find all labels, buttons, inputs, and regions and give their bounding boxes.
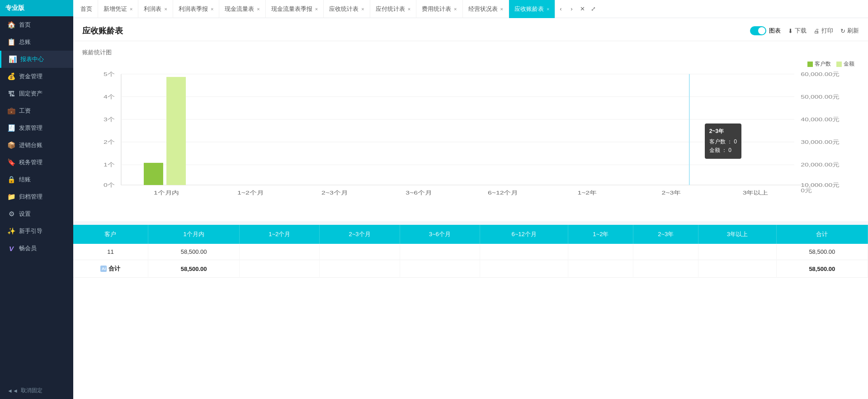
tab-profit[interactable]: 利润表 ×: [138, 0, 173, 18]
col-2y: 1~2年: [568, 225, 633, 244]
sidebar-label-close: 结账: [19, 176, 31, 184]
tab-ap-stat[interactable]: 应付统计表 ×: [370, 0, 416, 18]
tab-bar: 首页 新增凭证 × 利润表 × 利润表季报 × 现金流量表 × 现金流量表季报 …: [73, 0, 868, 18]
table-section: 客户 1个月内 1~2个月 2~3个月 3~6个月 6~12个月 1~2年 2~…: [73, 225, 868, 399]
tab-ar-stat-close[interactable]: ×: [361, 6, 364, 12]
bar-amount-1m: [166, 77, 186, 185]
row-6m: [400, 244, 480, 260]
tab-voucher-label: 新增凭证: [104, 5, 127, 13]
total-6m: [400, 260, 480, 278]
sidebar-label-guide: 新手引导: [19, 227, 42, 235]
sidebar-item-reports[interactable]: 📊 报表中心: [0, 51, 73, 68]
sidebar-label-invoice: 发票管理: [19, 124, 42, 132]
tab-close-all-button[interactable]: ✕: [577, 4, 588, 14]
sidebar-item-home[interactable]: 🏠 首页: [0, 16, 73, 33]
header-actions: 图表 ⬇ 下载 🖨 打印 ↻ 刷新: [750, 26, 859, 35]
tab-profit-quarter-close[interactable]: ×: [211, 6, 213, 12]
legend-amount: 金额: [836, 60, 854, 68]
tab-cashflow-quarter[interactable]: 现金流量表季报 ×: [266, 0, 324, 18]
refresh-icon: ↻: [840, 28, 845, 34]
sidebar-item-settings[interactable]: ⚙ 设置: [0, 205, 73, 223]
toggle-thumb: [758, 27, 765, 34]
sidebar-item-archive[interactable]: 📁 归档管理: [0, 188, 73, 205]
svg-text:3个: 3个: [104, 116, 115, 123]
total-3m: [320, 260, 400, 278]
svg-text:3~6个月: 3~6个月: [406, 190, 432, 196]
tab-expense-stat-close[interactable]: ×: [454, 6, 457, 12]
col-total: 合计: [776, 225, 868, 244]
tab-biz-status[interactable]: 经营状况表 ×: [463, 0, 509, 18]
tab-cashflow[interactable]: 现金流量表 ×: [219, 0, 265, 18]
sidebar-item-ledger[interactable]: 📋 总账: [0, 33, 73, 51]
download-button[interactable]: ⬇ 下载: [788, 27, 807, 35]
sidebar-label-salary: 工资: [19, 107, 31, 115]
tab-expense-stat[interactable]: 费用统计表 ×: [416, 0, 462, 18]
sidebar-item-member[interactable]: V 畅会员: [0, 240, 73, 257]
sidebar-label-home: 首页: [19, 21, 31, 29]
tab-voucher[interactable]: 新增凭证 ×: [98, 0, 138, 18]
sidebar-item-assets[interactable]: 🏗 固定资产: [0, 85, 73, 102]
app-logo: 专业版: [0, 0, 73, 16]
member-icon: V: [7, 245, 15, 252]
tab-ap-stat-close[interactable]: ×: [408, 6, 410, 12]
unpin-button[interactable]: ◄◄ 取消固定: [0, 382, 73, 399]
tab-home[interactable]: 首页: [75, 0, 98, 18]
toggle-track[interactable]: [750, 26, 766, 35]
tab-ar-aging[interactable]: 应收账龄表 ×: [509, 0, 555, 18]
chart-legend: 客户数 金额: [807, 60, 854, 68]
download-icon: ⬇: [788, 28, 793, 34]
tab-ar-stat[interactable]: 应收统计表 ×: [324, 0, 370, 18]
refresh-button[interactable]: ↻ 刷新: [840, 27, 859, 35]
inventory-icon: 📦: [7, 141, 15, 149]
sidebar-item-close[interactable]: 🔒 结账: [0, 171, 73, 188]
tab-home-label: 首页: [80, 5, 92, 13]
sidebar-item-invoice[interactable]: 🧾 发票管理: [0, 119, 73, 137]
print-button[interactable]: 🖨 打印: [814, 27, 833, 35]
svg-text:60,000.00元: 60,000.00元: [801, 71, 840, 77]
bar-customer-1m: [144, 163, 163, 185]
legend-amount-dot: [836, 62, 842, 67]
ledger-icon: 📋: [7, 38, 15, 46]
assets-icon: 🏗: [7, 90, 15, 98]
total-label-text: 合计: [108, 265, 120, 273]
salary-icon: 💼: [7, 107, 15, 115]
print-icon: 🖨: [814, 28, 820, 34]
sidebar-label-inventory: 进销台账: [19, 141, 42, 149]
tab-next-button[interactable]: ›: [566, 4, 577, 14]
sidebar-item-fund[interactable]: 💰 资金管理: [0, 68, 73, 85]
unpin-icon: ◄◄: [7, 388, 18, 394]
tab-profit-close[interactable]: ×: [164, 6, 167, 12]
guide-icon: ✨: [7, 227, 15, 235]
svg-text:6~12个月: 6~12个月: [488, 190, 518, 196]
total-2m: [240, 260, 320, 278]
svg-text:0元: 0元: [801, 187, 812, 194]
tab-voucher-close[interactable]: ×: [130, 6, 132, 12]
page-title: 应收账龄表: [82, 25, 123, 36]
sidebar-item-guide[interactable]: ✨ 新手引导: [0, 223, 73, 240]
tab-cashflow-close[interactable]: ×: [257, 6, 259, 12]
tab-profit-quarter[interactable]: 利润表季报 ×: [173, 0, 219, 18]
sidebar: 专业版 🏠 首页 📋 总账 📊 报表中心 💰 资金管理 🏗 固定资产 💼 工资 …: [0, 0, 73, 399]
legend-customer-count: 客户数: [807, 60, 831, 68]
tab-cashflow-quarter-close[interactable]: ×: [315, 6, 318, 12]
tab-prev-button[interactable]: ‹: [555, 4, 566, 14]
col-2m: 1~2个月: [240, 225, 320, 244]
sidebar-label-member: 畅会员: [19, 244, 37, 252]
sidebar-label-assets: 固定资产: [19, 90, 42, 98]
sidebar-label-tax: 税务管理: [19, 158, 42, 166]
sidebar-item-salary[interactable]: 💼 工资: [0, 102, 73, 119]
chart-container: 客户数 金额: [82, 60, 859, 214]
tab-expand-button[interactable]: ⤢: [588, 4, 599, 14]
fund-icon: 💰: [7, 72, 15, 81]
chart-toggle[interactable]: 图表: [750, 26, 781, 35]
tab-biz-status-label: 经营状况表: [468, 5, 498, 13]
table-total-row: Ai 合计 58,500.00 58,500.00: [73, 260, 868, 278]
tab-ar-aging-close[interactable]: ×: [547, 6, 549, 12]
row-1m: 58,500.00: [148, 244, 239, 260]
tab-biz-status-close[interactable]: ×: [500, 6, 503, 12]
svg-text:1~2个月: 1~2个月: [237, 190, 264, 196]
total-2y: [568, 260, 633, 278]
sidebar-item-tax[interactable]: 🔖 税务管理: [0, 154, 73, 171]
sidebar-item-inventory[interactable]: 📦 进销台账: [0, 137, 73, 154]
tab-profit-quarter-label: 利润表季报: [179, 5, 208, 13]
